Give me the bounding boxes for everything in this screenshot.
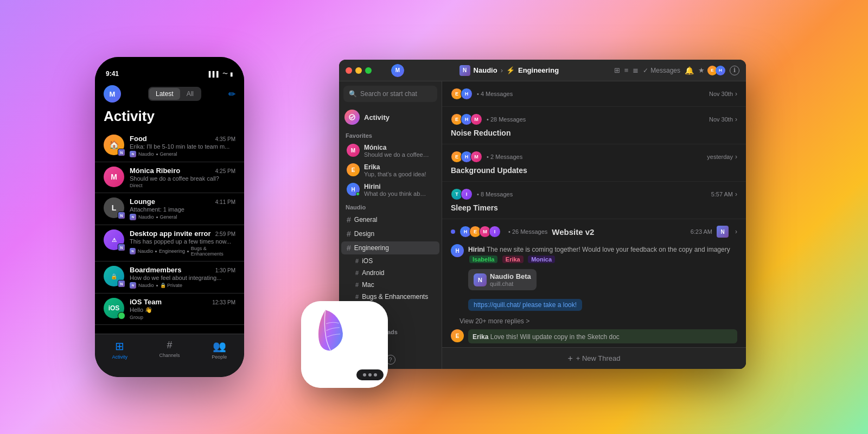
thread-item[interactable]: E H M • 2 Messages yesterday › Backgroun… [442,144,746,182]
sidebar-item-mac[interactable]: # Mac [341,279,439,290]
tab-channels[interactable]: # Channels [145,340,195,358]
new-thread-label: + New Thread [576,354,621,362]
link-chip[interactable]: https://quill.chat/ please take a look! [468,299,582,311]
thread-title: Noise Reduction [451,129,737,137]
person-name: Mónica [364,144,434,151]
thread-avatars: E H M [451,151,482,163]
messages-button[interactable]: ✓ Messages [643,67,680,74]
breadcrumb-icon: ⚡ [506,66,515,74]
iphone-tabbar: ⊞ Activity # Channels 👥 People [95,334,244,377]
plus-icon: + [567,354,572,363]
view-replies[interactable]: View 20+ more replies > [451,316,737,329]
message-sender: Erika [473,333,490,341]
expanded-thread: H E M I • 26 Messages Website v2 6:23 AM [442,219,746,347]
list-item[interactable]: ⚠ N Desktop app invite error 2:59 PM Thi… [95,225,244,261]
item-avatar: L N [104,197,124,218]
segment-all[interactable]: All [180,88,200,100]
sidebar-item-activity[interactable]: Activity [339,106,442,128]
thread-header: E H M • 2 Messages yesterday › [451,151,737,163]
user-avatars: E H [709,66,725,75]
chevron-right-icon: › [735,228,737,235]
thread-item[interactable]: E H M • 28 Messages Nov 30th › Noise Red… [442,107,746,144]
chevron-right-icon: › [735,153,737,161]
sidebar-item-android[interactable]: # Android [341,267,439,278]
sidebar-item-design[interactable]: # Design [341,227,439,240]
person-message: Yup, that's a good idea! [364,171,429,177]
app-icon-wrapper [301,301,393,393]
sidebar-item-ios[interactable]: # iOS [341,256,439,266]
new-thread-bar[interactable]: + + New Thread [442,347,746,369]
list-item[interactable]: 🔒 N Boardmembers 1:30 PM How do we feel … [95,261,244,293]
thread-avatars: T I [451,188,473,200]
thread-title: Background Updates [451,166,737,175]
activity-title: Activity [95,106,244,130]
channel-label: General [354,216,378,224]
main-chat: E H • 4 Messages Nov 30th › [442,81,746,369]
item-time: 4:11 PM [215,199,235,205]
app-icon [301,301,388,388]
item-meta: Direct [130,183,143,188]
mac-title-center: N Naudio › ⚡ Engineering [409,65,610,76]
channel-name: Engineering [518,66,559,74]
user-avatar[interactable]: M [104,85,121,103]
item-name: Lounge [130,197,155,206]
mac-title-actions: ⊞ ≡ ≣ ✓ Messages 🔔 ★ E H ℹ [614,66,739,75]
thread-avatars: E H [451,88,473,100]
channel-label: Android [362,269,384,277]
activity-tab-icon: ⊞ [115,340,124,353]
message-block: H Hirini The new site is coming together… [442,242,746,347]
thread-avatars: E H M [451,113,482,125]
sidebar-item-hirini[interactable]: H Hirini What do you think about this... [341,181,439,199]
thread-item[interactable]: E H • 4 Messages Nov 30th › [442,81,746,107]
list-item[interactable]: 🏠 N Food 4:35 PM Erika: I'll be 5-10 min… [95,130,244,162]
list-item[interactable]: M Mónica Ribeiro 4:25 PM Should we do a … [95,162,244,193]
item-time: 1:30 PM [215,267,235,273]
sidebar-item-erika[interactable]: E Erika Yup, that's a good idea! [341,161,439,180]
sidebar-item-general[interactable]: # General [341,213,439,226]
thread-avatars: H E M I [459,226,501,238]
sidebar-item-engineering[interactable]: # Engineering [341,241,439,254]
item-name: Food [130,135,147,143]
segment-latest[interactable]: Latest [149,88,180,100]
bell-icon[interactable]: 🔔 [685,66,694,75]
info-icon[interactable]: ℹ [730,66,739,75]
person-name: Erika [364,163,434,171]
star-icon[interactable]: ★ [698,66,705,74]
tab-people[interactable]: 👥 People [194,340,244,360]
naudio-badge: N [118,149,125,156]
activity-icon [344,110,360,125]
person-name: Hirini [364,183,434,190]
channels-tab-icon: # [167,340,173,351]
hash-icon: # [347,244,351,252]
channel-label: Design [354,230,374,238]
iphone-status-icons: ▌▌▌ 〜 ▮ [209,70,233,78]
grid-icon[interactable]: ⊞ [614,66,620,74]
message-count: • 2 Messages [487,154,522,160]
thread-time: Nov 30th [709,116,733,123]
naudio-icon: N [130,151,136,157]
message-count: • 26 Messages [508,228,547,235]
search-bar[interactable]: 🔍 Search or start chat [343,86,437,102]
sidebar-item-bugs[interactable]: # Bugs & Enhancements [341,291,439,302]
minimize-button[interactable] [355,67,362,74]
thread-item[interactable]: T I • 8 Messages 5:57 AM › Sleep Timers [442,182,746,219]
edit-icon[interactable]: ✏ [228,89,235,99]
list-item[interactable]: L N Lounge 4:11 PM Attachment: 1 image N… [95,193,244,225]
workspace-icon: N [717,226,729,238]
thread-time: 6:23 AM [691,228,712,235]
workspace-section: Naudio [339,200,442,213]
maximize-button[interactable] [365,67,372,74]
item-time: 4:25 PM [215,168,235,174]
columns-icon[interactable]: ≣ [633,66,639,74]
item-message: Erika: I'll be 5-10 min late to team m..… [130,143,235,150]
list-icon[interactable]: ≡ [624,66,629,74]
message-sender: Hirini [468,246,487,253]
chevron-right-icon: › [735,90,737,98]
list-item[interactable]: iOS iOS Team 12:33 PM Hello 👋 Group [95,293,244,325]
tab-activity[interactable]: ⊞ Activity [95,340,145,360]
close-button[interactable] [346,67,352,74]
sidebar-item-monica[interactable]: M Mónica Should we do a coffee break? [341,142,439,160]
channel-label: Mac [362,281,374,289]
people-tab-label: People [212,354,227,360]
people-tab-icon: 👥 [213,340,226,353]
